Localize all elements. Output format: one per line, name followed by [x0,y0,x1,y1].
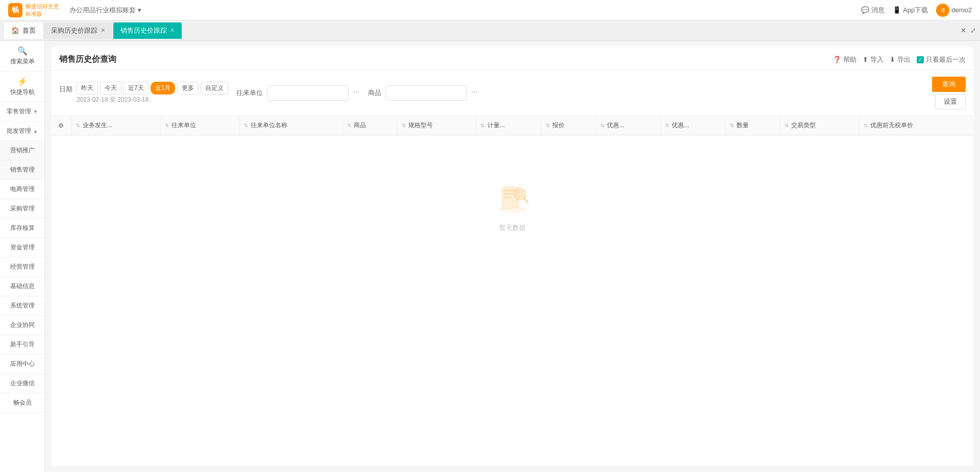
sort-icon: ⇅ [730,123,734,128]
only-last-checkbox[interactable]: ✓ 只看最后一次 [917,55,966,64]
sidebar-item-marketing[interactable]: 营销推广 [0,141,44,160]
search-icon: 🔍 [17,46,28,56]
import-icon: ⬆ [863,56,868,63]
col-discount1[interactable]: ⇅ 优惠... [596,116,660,135]
chevron-down-icon: ▼ [33,109,38,114]
date-btn-7days[interactable]: 近7天 [124,82,149,95]
col-gear[interactable]: ⚙ [51,116,71,135]
sidebar-item-wholesale[interactable]: 批发管理 ▲ [0,122,44,141]
logo-area: 畅 畅捷信好生意 标准版 [8,3,59,17]
tab-purchase[interactable]: 采购历史价跟踪 ✕ [44,22,112,39]
sort-icon: ⇅ [347,123,351,128]
col-spec[interactable]: ⇅ 规格型号 [397,116,476,135]
date-buttons: 昨天 今天 近7天 近1月 更多 自定义 [77,82,228,95]
col-quantity[interactable]: ⇅ 数量 [725,116,780,135]
page-header: 销售历史价查询 ❓ 帮助 ⬆ 导入 ⬇ 导出 ✓ [51,47,974,70]
date-btn-yesterday[interactable]: 昨天 [77,82,98,95]
tab-bar-right: ✕ ⤢ [961,27,976,34]
date-btn-more[interactable]: 更多 [177,82,199,95]
user-action[interactable]: d demo2 [936,4,972,17]
logo-text: 畅捷信好生意 标准版 [26,3,59,17]
close-purchase-tab[interactable]: ✕ [101,27,105,34]
sidebar-item-purchase[interactable]: 采购管理 [0,199,44,219]
sort-icon: ⇅ [76,123,80,128]
sidebar-item-wechat[interactable]: 企业微信 [0,374,44,393]
app-download-action[interactable]: 📱 App下载 [893,6,928,15]
col-quoted-price[interactable]: ⇅ 报价 [541,116,596,135]
message-action[interactable]: 💬 消息 [861,6,885,15]
settings-button[interactable]: 设置 [935,94,966,109]
sidebar-item-sales-mgmt[interactable]: 销售管理 [0,160,44,180]
export-action[interactable]: ⬇ 导出 [890,55,911,64]
product-dots[interactable]: ... [471,85,478,95]
empty-text: 暂无数据 [499,223,526,232]
filter-area: 日期 昨天 今天 近7天 近1月 更多 自定义 2023-02-18 至 202… [51,70,974,116]
sort-icon: ⇅ [480,123,484,128]
sidebar-item-inventory[interactable]: 库存核算 [0,219,44,238]
date-filter-group: 日期 昨天 今天 近7天 近1月 更多 自定义 2023-02-18 至 202… [59,82,228,104]
partner-label: 往来单位 [236,85,263,98]
export-icon: ⬇ [890,56,895,63]
sidebar-item-ecommerce[interactable]: 电商管理 [0,180,44,199]
partner-input[interactable] [267,85,349,101]
table-header-row: ⚙ ⇅ 业务发生... ⇅ 往来单位 ⇅ 往来单位名称 [51,116,974,135]
svg-rect-3 [503,193,513,195]
sort-icon: ⇅ [165,123,169,128]
avatar: d [936,4,949,17]
page-title: 销售历史价查询 [59,54,116,65]
sidebar-item-member[interactable]: 畅会员 [0,393,44,413]
svg-rect-4 [503,197,511,198]
empty-state: 暂无数据 [51,135,974,273]
tab-bar: 🏠 首页 采购历史价跟踪 ✕ 销售历史价跟踪 ✕ ✕ ⤢ [0,20,980,41]
col-partner-name[interactable]: ⇅ 往来单位名称 [239,116,342,135]
col-biz-date[interactable]: ⇅ 业务发生... [71,116,160,135]
sidebar-item-enterprise[interactable]: 企业协同 [0,316,44,335]
tab-sales[interactable]: 销售历史价跟踪 ✕ [113,22,182,39]
maximize-icon[interactable]: ⤢ [970,27,976,34]
sidebar-item-quicknav[interactable]: ⚡ 快捷导航 [0,72,44,102]
sidebar-item-retail[interactable]: 零售管理 ▼ [0,102,44,122]
col-partner-code[interactable]: ⇅ 往来单位 [160,116,239,135]
date-range-text: 2023-02-18 至 2023-03-18 [77,96,228,104]
page-actions: ❓ 帮助 ⬆ 导入 ⬇ 导出 ✓ 只看最后一次 [833,55,966,64]
app-selector[interactable]: 办公用品行业模拟账套 ▾ [69,6,141,15]
product-input[interactable] [385,85,467,101]
query-button[interactable]: 查询 [932,77,966,92]
data-table: ⚙ ⇅ 业务发生... ⇅ 往来单位 ⇅ 往来单位名称 [51,116,974,135]
date-label: 日期 [59,82,72,94]
chevron-up-icon: ▲ [33,128,38,134]
sort-icon: ⇅ [600,123,604,128]
col-discount2[interactable]: ⇅ 优惠... [660,116,725,135]
tab-home[interactable]: 🏠 首页 [4,22,43,39]
date-btn-today[interactable]: 今天 [100,82,121,95]
import-action[interactable]: ⬆ 导入 [863,55,884,64]
filter-right-buttons: 查询 设置 [932,77,966,109]
top-header: 畅 畅捷信好生意 标准版 办公用品行业模拟账套 ▾ 💬 消息 📱 App下载 d… [0,0,980,20]
main-layout: 🔍 搜索菜单 ⚡ 快捷导航 零售管理 ▼ 批发管理 ▲ 营销推广 销售管理 电商… [0,41,980,472]
product-filter-group: 商品 ... [368,85,478,101]
sidebar-item-guide[interactable]: 新手引导 [0,335,44,355]
close-sales-tab[interactable]: ✕ [170,27,175,34]
sidebar-item-search[interactable]: 🔍 搜索菜单 [0,41,44,72]
close-all-icon[interactable]: ✕ [961,27,966,34]
header-left: 畅 畅捷信好生意 标准版 办公用品行业模拟账套 ▾ [8,3,141,17]
filter-dates: 昨天 今天 近7天 近1月 更多 自定义 2023-02-18 至 2023-0… [77,82,228,104]
sidebar-item-basic[interactable]: 基础信息 [0,277,44,296]
col-unit[interactable]: ⇅ 计量... [476,116,541,135]
date-btn-1month[interactable]: 近1月 [151,82,176,95]
col-product[interactable]: ⇅ 商品 [342,116,397,135]
message-icon: 💬 [861,6,869,14]
help-action[interactable]: ❓ 帮助 [833,55,856,64]
sidebar-item-appstore[interactable]: 应用中心 [0,355,44,374]
sidebar-item-operations[interactable]: 经营管理 [0,257,44,277]
partner-dots[interactable]: ... [353,85,359,95]
col-pretax-price[interactable]: ⇅ 优惠前无税单价 [859,116,974,135]
col-trade-type[interactable]: ⇅ 交易类型 [780,116,860,135]
logo-icon: 畅 [8,3,22,17]
sort-icon: ⇅ [244,123,248,128]
sidebar-item-finance[interactable]: 资金管理 [0,238,44,257]
sidebar-item-system[interactable]: 系统管理 [0,296,44,316]
date-btn-custom[interactable]: 自定义 [201,82,228,95]
content-area: 销售历史价查询 ❓ 帮助 ⬆ 导入 ⬇ 导出 ✓ [45,41,980,472]
help-icon: ❓ [833,56,841,63]
